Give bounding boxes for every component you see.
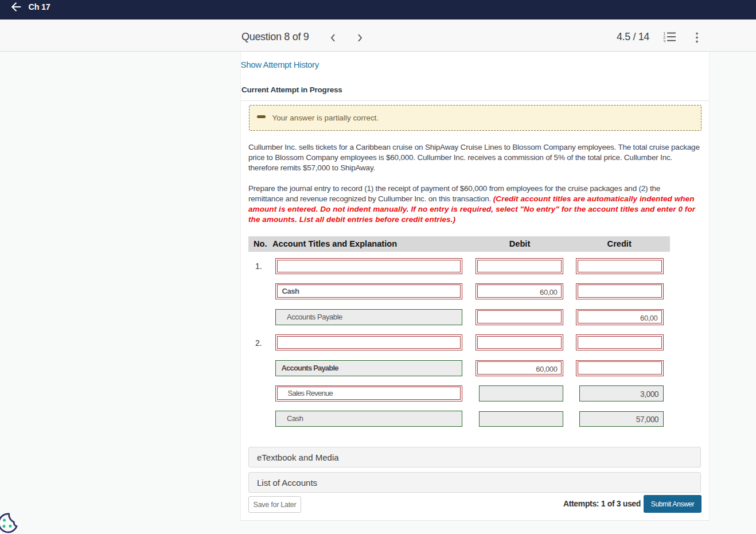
svg-text:3: 3 <box>663 40 665 43</box>
